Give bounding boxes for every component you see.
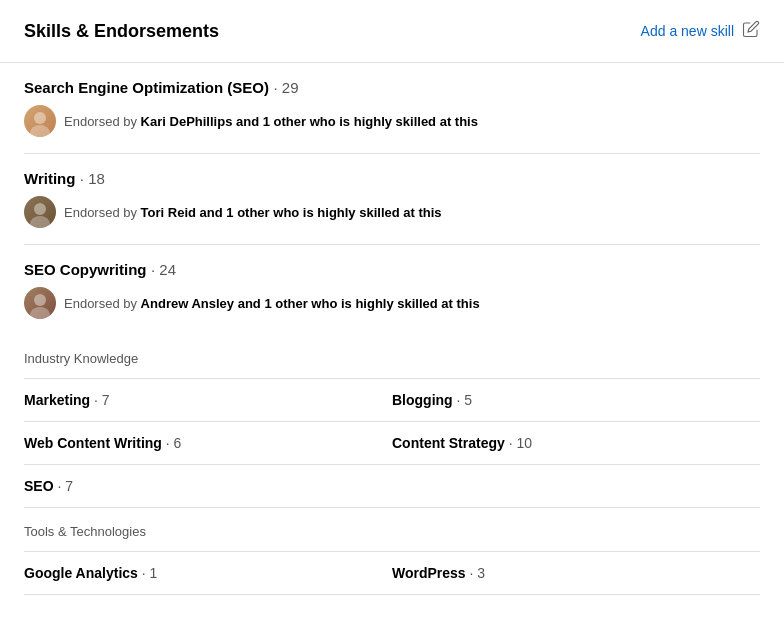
endorsement-text: Endorsed by Andrew Ansley and 1 other wh… [64,296,480,311]
skill-count: · 7 [54,478,73,494]
svg-point-3 [30,216,50,228]
avatar [24,287,56,319]
endorsement-row: Endorsed by Tori Reid and 1 other who is… [24,196,760,228]
svg-point-1 [30,125,50,137]
skill-name: Search Engine Optimization (SEO) [24,79,269,96]
skill-name: SEO Copywriting [24,261,147,278]
skill-count: · 3 [466,565,485,581]
skill-name: Blogging [392,392,453,408]
industry-knowledge-label: Industry Knowledge [24,335,760,379]
empty-cell [392,465,760,508]
skill-name-row: Search Engine Optimization (SEO) · 29 [24,79,760,97]
skill-name: SEO [24,478,54,494]
industry-knowledge-grid: Marketing · 7 Blogging · 5 Web Content W… [24,379,760,508]
svg-point-5 [30,307,50,319]
skill-name: WordPress [392,565,466,581]
avatar-image [24,287,56,319]
svg-point-2 [34,203,46,215]
avatar-image [24,105,56,137]
main-skills-list: Search Engine Optimization (SEO) · 29 En… [24,63,760,335]
svg-point-0 [34,112,46,124]
avatar [24,105,56,137]
section-header: Skills & Endorsements Add a new skill [24,20,760,42]
endorsement-text: Endorsed by Kari DePhillips and 1 other … [64,114,478,129]
skill-name: Web Content Writing [24,435,162,451]
skill-item-seo-short: SEO · 7 [24,465,392,508]
skill-item-writing: Writing · 18 Endorsed by Tori Reid and 1… [24,154,760,245]
skill-name: Google Analytics [24,565,138,581]
tools-technologies-grid: Google Analytics · 1 WordPress · 3 [24,552,760,595]
svg-point-4 [34,294,46,306]
skill-count: · 24 [151,261,176,278]
skill-count: · 1 [138,565,157,581]
skill-item-web-content-writing: Web Content Writing · 6 [24,422,392,465]
skill-name: Marketing [24,392,90,408]
skill-name: Content Strategy [392,435,505,451]
header-actions: Add a new skill [641,20,760,42]
avatar [24,196,56,228]
skill-count: · 10 [505,435,532,451]
edit-icon[interactable] [742,20,760,42]
endorsement-text: Endorsed by Tori Reid and 1 other who is… [64,205,442,220]
skill-count: · 29 [274,79,299,96]
skill-count: · 7 [90,392,109,408]
endorsement-row: Endorsed by Kari DePhillips and 1 other … [24,105,760,137]
skill-item-wordpress: WordPress · 3 [392,552,760,595]
skill-item-seo-copywriting: SEO Copywriting · 24 Endorsed by Andrew … [24,245,760,335]
skill-name-row: SEO Copywriting · 24 [24,261,760,279]
skill-item-blogging: Blogging · 5 [392,379,760,422]
pencil-svg [742,20,760,38]
page-title: Skills & Endorsements [24,21,219,42]
skill-item-content-strategy: Content Strategy · 10 [392,422,760,465]
skill-item-google-analytics: Google Analytics · 1 [24,552,392,595]
skill-count: · 6 [162,435,181,451]
skills-endorsements-section: Skills & Endorsements Add a new skill Se… [0,0,784,615]
skill-count: · 18 [80,170,105,187]
skill-name-row: Writing · 18 [24,170,760,188]
skill-item-seo: Search Engine Optimization (SEO) · 29 En… [24,63,760,154]
skill-item-marketing: Marketing · 7 [24,379,392,422]
endorsement-row: Endorsed by Andrew Ansley and 1 other wh… [24,287,760,319]
skill-name: Writing [24,170,75,187]
skill-count: · 5 [453,392,472,408]
tools-technologies-label: Tools & Technologies [24,508,760,552]
avatar-image [24,196,56,228]
add-skill-link[interactable]: Add a new skill [641,23,734,39]
